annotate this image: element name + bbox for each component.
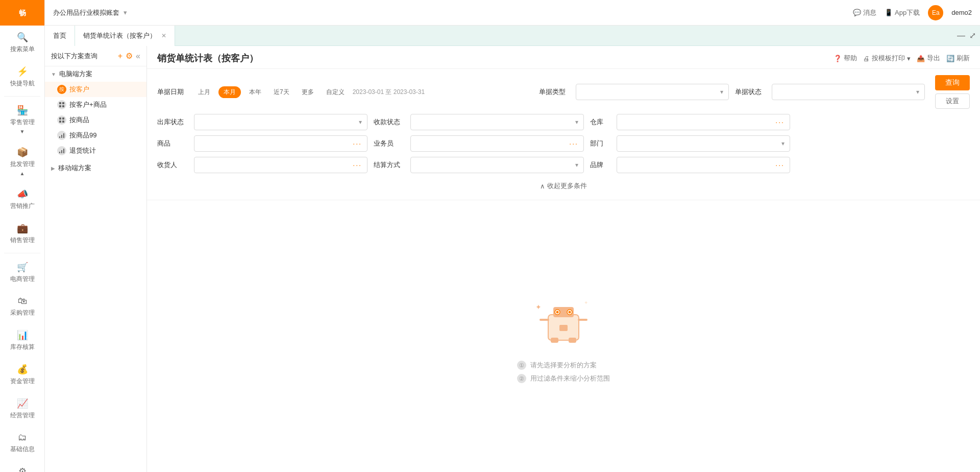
collapse-filters-btn[interactable]: ∧ 收起更多条件 — [157, 178, 970, 194]
svg-rect-8 — [59, 121, 61, 123]
query-btn[interactable]: 查询 — [935, 75, 970, 90]
brand-select[interactable]: ··· — [617, 157, 790, 173]
this-year-btn[interactable]: 本年 — [245, 86, 265, 98]
sidebar-item-operations[interactable]: 📈 经营管理 — [0, 392, 44, 426]
dropdown-icon[interactable]: ▾ — [124, 9, 127, 16]
return-stats-label: 退货统计 — [69, 146, 96, 155]
dept-arrow: ▾ — [781, 140, 785, 147]
by-goods-icon — [57, 115, 66, 125]
svg-rect-7 — [62, 117, 64, 120]
collect-status-select[interactable]: ▾ — [410, 114, 584, 130]
export-icon: 📤 — [917, 55, 925, 62]
by-customer-label: 按客户 — [69, 85, 89, 94]
sidebar-item-basic[interactable]: 🗂 基础信息 — [0, 426, 44, 460]
salesman-select[interactable]: ··· — [410, 135, 584, 152]
last-month-btn[interactable]: 上月 — [194, 86, 214, 98]
tree-item-by-goods[interactable]: 按商品 — [45, 112, 146, 128]
divider2 — [4, 253, 40, 253]
tree-section-desktop[interactable]: ▼ 电脑端方案 — [45, 66, 146, 82]
sidebar-item-inventory[interactable]: 📊 库存核算 — [0, 323, 44, 358]
maximize-btn[interactable]: ⤢ — [969, 31, 976, 40]
receiver-dots[interactable]: ··· — [353, 161, 362, 169]
user-avatar[interactable]: Ea — [928, 5, 943, 20]
svg-rect-22 — [559, 325, 568, 331]
customer-icon: 按 — [57, 85, 66, 94]
collapse-panel-btn[interactable]: « — [136, 52, 140, 61]
action-col: 查询 设置 — [931, 75, 970, 109]
sidebar-item-marketing[interactable]: 📣 营销推广 — [0, 182, 44, 217]
app-download-btn[interactable]: 📱 App下载 — [885, 8, 920, 17]
left-panel: 按以下方案查询 + ⚙ « ▼ 电脑端方案 按 按客户 按客户 — [45, 46, 147, 472]
doc-type-select[interactable]: ▾ — [576, 84, 729, 100]
salesman-dots[interactable]: ··· — [569, 139, 578, 148]
filter-row-2: 出库状态 ▾ 收款状态 ▾ 仓库 ··· — [157, 114, 970, 130]
svg-rect-13 — [59, 152, 60, 153]
sidebar-menu: 🔍 搜索菜单 ⚡ 快捷导航 🏪 零售管理 ▼ 📦 批发管理 ▲ 📣 营销推广 💼… — [0, 26, 44, 472]
sidebar-item-quicknav[interactable]: ⚡ 快捷导航 — [0, 60, 44, 94]
empty-hint-2: ② 用过滤条件来缩小分析范围 — [517, 374, 610, 383]
template-print-btn[interactable]: 🖨 按模板打印 ▾ — [863, 54, 911, 63]
export-btn[interactable]: 📤 导出 — [917, 54, 940, 63]
empty-state: ✦ ✦ ① 请先选择要分析的方案 ② 用过滤条件来缩小分析范围 — [147, 200, 980, 472]
download-icon: 📱 — [885, 9, 893, 16]
this-month-btn[interactable]: 本月 — [218, 86, 241, 98]
add-scheme-btn[interactable]: + — [118, 52, 122, 61]
help-btn[interactable]: ❓ 帮助 — [834, 54, 857, 63]
settlement-label: 结算方式 — [374, 160, 404, 170]
svg-rect-2 — [59, 102, 61, 104]
salesman-label: 业务员 — [374, 139, 404, 148]
tab-sales-stats[interactable]: 销货单统计表（按客户） ✕ — [75, 26, 175, 46]
user-name[interactable]: demo2 — [951, 9, 972, 16]
doc-status-select[interactable]: ▾ — [772, 84, 925, 100]
content-area: 按以下方案查询 + ⚙ « ▼ 电脑端方案 按 按客户 按客户 — [45, 46, 980, 472]
tree-item-customer-goods[interactable]: 按客户+商品 — [45, 97, 146, 112]
left-panel-actions: + ⚙ « — [118, 51, 140, 61]
refresh-btn[interactable]: 🔄 刷新 — [946, 54, 970, 63]
sidebar-item-purchase[interactable]: 🛍 采购管理 — [0, 290, 44, 323]
tree-item-by-customer[interactable]: 按 按客户 — [45, 82, 146, 97]
tree-arrow-desktop: ▼ — [51, 72, 56, 77]
tree-item-goods99[interactable]: 按商品99 — [45, 128, 146, 143]
return-stats-icon — [57, 146, 66, 155]
dept-select[interactable]: ▾ — [617, 135, 790, 152]
minimize-btn[interactable]: — — [957, 31, 965, 40]
sidebar-item-sales[interactable]: 💼 销售管理 — [0, 217, 44, 251]
svg-rect-3 — [62, 102, 64, 104]
tree-item-return-stats[interactable]: 退货统计 — [45, 143, 146, 158]
brand-dots[interactable]: ··· — [775, 161, 785, 169]
sidebar-item-retail[interactable]: 🏪 零售管理 ▼ — [0, 99, 44, 140]
warehouse-dots[interactable]: ··· — [775, 118, 785, 126]
message-btn[interactable]: 💬 消息 — [853, 8, 876, 17]
sidebar-item-finance[interactable]: 💰 资金管理 — [0, 358, 44, 392]
more-btn[interactable]: 更多 — [298, 86, 318, 98]
header-left: 办公用品行业模拟账套 ▾ — [53, 8, 127, 17]
goods-select[interactable]: ··· — [194, 135, 368, 152]
message-icon: 💬 — [853, 9, 861, 16]
out-status-select[interactable]: ▾ — [194, 114, 368, 130]
warehouse-select[interactable]: ··· — [617, 114, 790, 130]
goods99-icon — [57, 131, 66, 140]
logo[interactable]: 畅 — [0, 0, 44, 26]
sidebar-item-system[interactable]: ⚙ 系统管理 — [0, 460, 44, 472]
sidebar-item-search[interactable]: 🔍 搜索菜单 — [0, 26, 44, 60]
doc-status-label: 单据状态 — [735, 87, 766, 97]
print-icon: 🖨 — [863, 55, 870, 62]
custom-btn[interactable]: 自定义 — [322, 86, 349, 98]
last7-btn[interactable]: 近7天 — [270, 86, 293, 98]
goods-dots[interactable]: ··· — [353, 139, 362, 148]
settlement-arrow: ▾ — [575, 161, 578, 169]
print-dropdown-icon[interactable]: ▾ — [907, 55, 911, 62]
tab-home[interactable]: 首页 — [45, 26, 75, 46]
settings-scheme-btn[interactable]: ⚙ — [126, 51, 133, 61]
filter-area: 单据日期 上月 本月 本年 近7天 更多 自定义 2023-03-01 至 20… — [147, 69, 980, 200]
settings-btn[interactable]: 设置 — [935, 93, 970, 109]
sidebar-item-wholesale[interactable]: 📦 批发管理 ▲ — [0, 140, 44, 182]
svg-rect-5 — [62, 105, 64, 107]
tree-section-mobile[interactable]: ▶ 移动端方案 — [45, 160, 146, 176]
tab-close-btn[interactable]: ✕ — [161, 32, 166, 39]
sidebar-item-ecommerce[interactable]: 🛒 电商管理 — [0, 255, 44, 290]
settlement-select[interactable]: ▾ — [410, 157, 584, 173]
customer-goods-icon — [57, 100, 66, 109]
receiver-select[interactable]: ··· — [194, 157, 368, 173]
system-icon: ⚙ — [18, 466, 27, 472]
